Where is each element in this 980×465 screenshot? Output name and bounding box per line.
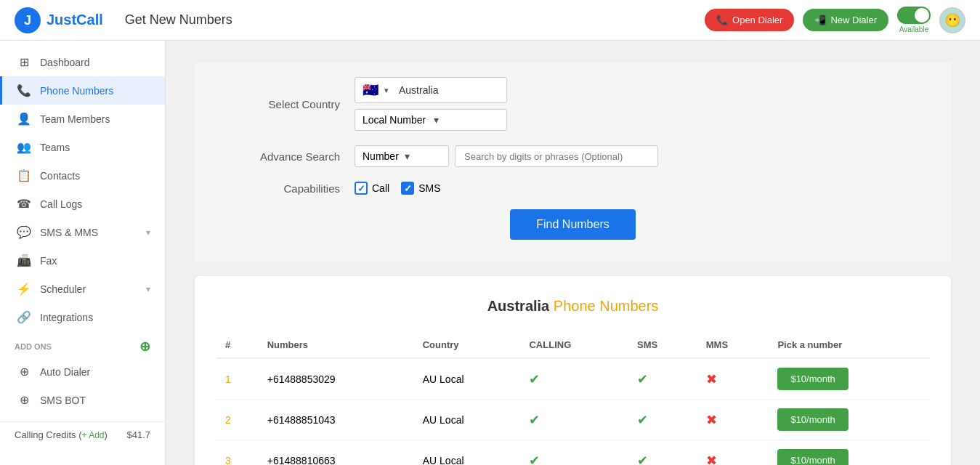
sidebar-item-label: Call Logs: [40, 198, 82, 210]
pick-number-button[interactable]: $10/month: [777, 449, 848, 465]
results-title: Australia Phone Numbers: [216, 298, 929, 315]
col-num: #: [216, 332, 259, 358]
col-mms: MMS: [697, 332, 769, 358]
add-credits-link[interactable]: + Add: [82, 430, 105, 440]
calling-credits-label: Calling Credits (+ Add): [15, 429, 108, 440]
row-num: 2: [216, 400, 259, 440]
sidebar-item-phone-numbers[interactable]: 📞 Phone Numbers: [0, 76, 165, 105]
sidebar-item-label: Team Members: [40, 113, 110, 125]
sidebar-item-integrations[interactable]: 🔗 Integrations: [0, 303, 165, 331]
available-label: Available: [899, 25, 928, 33]
sidebar-item-call-logs[interactable]: ☎ Call Logs: [0, 190, 165, 218]
row-number: +61488853029: [259, 358, 414, 400]
row-country: AU Local: [414, 440, 521, 466]
avatar[interactable]: 😶: [939, 7, 965, 33]
main-content: Select Country 🇦🇺 ▾ Australia Local Numb…: [166, 41, 980, 465]
results-card: Australia Phone Numbers # Numbers Countr…: [195, 276, 951, 465]
row-number: +61488851043: [259, 400, 414, 440]
dialpad-icon: 📲: [814, 15, 826, 25]
col-country: Country: [414, 332, 521, 358]
table-row: 3 +61488810663 AU Local ✔ ✔ ✖ $10/month: [216, 440, 929, 466]
sidebar-item-teams[interactable]: 👥 Teams: [0, 133, 165, 161]
sidebar-item-scheduler[interactable]: ⚡ Scheduler: [0, 275, 165, 303]
pick-number-button[interactable]: $10/month: [777, 368, 848, 390]
country-select[interactable]: 🇦🇺 ▾ Australia: [355, 77, 507, 103]
row-pick: $10/month: [769, 400, 929, 440]
sms-mms-icon: 💬: [17, 225, 31, 239]
available-toggle[interactable]: [897, 7, 931, 24]
sidebar: ⊞ Dashboard 📞 Phone Numbers 👤 Team Membe…: [0, 41, 166, 465]
fax-icon: 📠: [17, 254, 31, 267]
sidebar-item-label: Integrations: [40, 312, 93, 323]
sidebar-item-label: Fax: [40, 255, 57, 267]
row-calling: ✔: [520, 358, 628, 400]
call-checkbox[interactable]: ✓: [355, 182, 368, 195]
flag-icon: 🇦🇺: [363, 82, 378, 98]
scheduler-icon: ⚡: [17, 282, 31, 296]
pick-number-button[interactable]: $10/month: [777, 408, 848, 431]
sidebar-item-fax[interactable]: 📠 Fax: [0, 246, 165, 275]
sidebar-item-auto-dialer[interactable]: ⊕ Auto Dialer: [0, 357, 165, 386]
search-input[interactable]: [455, 145, 658, 167]
logo-icon: J: [15, 7, 41, 33]
sms-bot-icon: ⊕: [17, 393, 31, 407]
sidebar-footer: Calling Credits (+ Add) $41.7: [0, 421, 165, 448]
status-badge[interactable]: Available: [897, 7, 931, 33]
sidebar-item-label: Teams: [40, 142, 70, 153]
advance-search-controls: Number ▾: [355, 145, 658, 167]
capabilities-label: Capabilities: [224, 182, 340, 195]
search-type-value: Number: [363, 150, 399, 162]
phone-numbers-icon: 📞: [17, 84, 31, 97]
integrations-icon: 🔗: [17, 310, 31, 324]
find-numbers-button[interactable]: Find Numbers: [510, 209, 635, 240]
table-row: 1 +61488853029 AU Local ✔ ✔ ✖ $10/month: [216, 358, 929, 400]
phone-icon: 📞: [716, 15, 728, 25]
add-addon-icon[interactable]: ⊕: [139, 339, 150, 355]
sms-capability[interactable]: ✓ SMS: [401, 182, 440, 195]
auto-dialer-icon: ⊕: [17, 365, 31, 379]
sidebar-item-dashboard[interactable]: ⊞ Dashboard: [0, 48, 165, 76]
row-sms: ✔: [628, 440, 697, 466]
row-country: AU Local: [414, 400, 521, 440]
sidebar-item-contacts[interactable]: 📋 Contacts: [0, 161, 165, 190]
call-label: Call: [372, 182, 389, 194]
header: J JustCall Get New Numbers 📞 Open Dialer…: [0, 0, 980, 41]
row-mms: ✖: [697, 440, 769, 466]
advance-search-row: Advance Search Number ▾: [224, 145, 922, 167]
sidebar-item-sms-bot[interactable]: ⊕ SMS BOT: [0, 386, 165, 414]
select-country-label: Select Country: [224, 98, 340, 110]
country-dropdown-arrow: ▾: [384, 86, 389, 95]
row-calling: ✔: [520, 440, 628, 466]
sidebar-item-label: Dashboard: [40, 57, 90, 68]
sidebar-item-label: Phone Numbers: [40, 85, 113, 97]
credits-value: $41.7: [126, 429, 150, 440]
new-dialer-button[interactable]: 📲 New Dialer: [803, 9, 888, 31]
form-card: Select Country 🇦🇺 ▾ Australia Local Numb…: [195, 62, 951, 262]
select-country-row: Select Country 🇦🇺 ▾ Australia Local Numb…: [224, 77, 922, 131]
sidebar-item-sms-mms[interactable]: 💬 SMS & MMS: [0, 218, 165, 246]
header-actions: 📞 Open Dialer 📲 New Dialer Available 😶: [705, 7, 965, 33]
logo: J JustCall: [15, 7, 103, 33]
addons-section-title: ADD ONS ⊕: [0, 331, 165, 357]
call-logs-icon: ☎: [17, 197, 31, 211]
call-capability[interactable]: ✓ Call: [355, 182, 389, 195]
row-num: 3: [216, 440, 259, 466]
row-sms: ✔: [628, 358, 697, 400]
contacts-icon: 📋: [17, 169, 31, 182]
col-pick: Pick a number: [769, 332, 929, 358]
number-type-arrow: ▾: [434, 114, 499, 126]
teams-icon: 👥: [17, 140, 31, 154]
sidebar-item-label: SMS & MMS: [40, 227, 98, 238]
table-row: 2 +61488851043 AU Local ✔ ✔ ✖ $10/month: [216, 400, 929, 440]
number-type-select[interactable]: Local Number ▾: [355, 109, 507, 131]
row-number: +61488810663: [259, 440, 414, 466]
col-numbers: Numbers: [259, 332, 414, 358]
sidebar-item-label: Contacts: [40, 170, 80, 182]
open-dialer-button[interactable]: 📞 Open Dialer: [705, 9, 794, 31]
search-type-dropdown[interactable]: Number ▾: [355, 145, 449, 167]
sidebar-item-team-members[interactable]: 👤 Team Members: [0, 105, 165, 133]
col-sms: SMS: [628, 332, 697, 358]
sms-checkbox[interactable]: ✓: [401, 182, 414, 195]
table-header-row: # Numbers Country CALLING SMS MMS Pick a…: [216, 332, 929, 358]
results-table: # Numbers Country CALLING SMS MMS Pick a…: [216, 332, 929, 465]
